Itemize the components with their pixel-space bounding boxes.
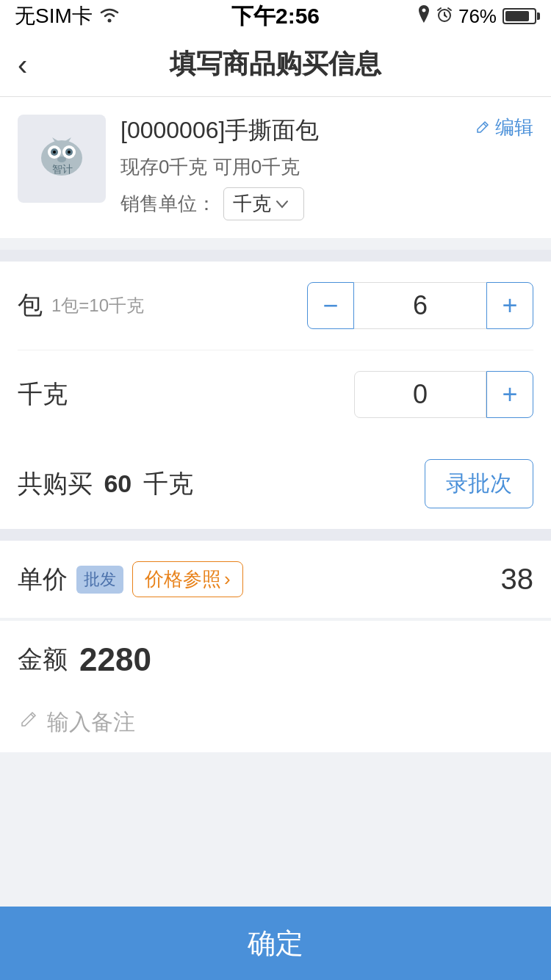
nav-bar: ‹ 填写商品购买信息 bbox=[0, 32, 551, 97]
location-icon bbox=[417, 5, 431, 28]
svg-text:智计: 智计 bbox=[52, 163, 73, 175]
note-placeholder: 输入备注 bbox=[47, 707, 135, 738]
total-row: 共购买 60 千克 录批次 bbox=[0, 439, 551, 529]
package-decrement-button[interactable]: − bbox=[307, 282, 354, 329]
status-left: 无SIM卡 bbox=[15, 2, 120, 30]
total-value: 60 bbox=[104, 469, 132, 497]
package-hint: 1包=10千克 bbox=[51, 294, 144, 317]
package-label: 包 1包=10千克 bbox=[18, 289, 144, 323]
amount-label: 金额 bbox=[18, 643, 68, 677]
unit-selector[interactable]: 千克 bbox=[223, 187, 304, 220]
batch-tag: 批发 bbox=[76, 566, 123, 594]
price-label-group: 单价 批发 价格参照 › bbox=[18, 561, 243, 597]
svg-point-8 bbox=[68, 151, 71, 154]
product-image: 智计 bbox=[18, 115, 106, 203]
status-bar: 无SIM卡 下午2:56 76% bbox=[0, 0, 551, 32]
amount-value: 2280 bbox=[79, 641, 151, 678]
battery-icon bbox=[503, 8, 536, 24]
page-title: 填写商品购买信息 bbox=[170, 46, 381, 82]
confirm-button[interactable]: 确定 bbox=[0, 907, 551, 980]
price-label: 单价 bbox=[18, 563, 68, 597]
price-value: 38 bbox=[501, 563, 534, 596]
note-row[interactable]: 输入备注 bbox=[18, 693, 533, 752]
status-time: 下午2:56 bbox=[231, 1, 320, 32]
back-button[interactable]: ‹ bbox=[18, 50, 27, 79]
kg-value[interactable]: 0 bbox=[354, 371, 486, 418]
svg-point-9 bbox=[57, 156, 66, 162]
svg-point-7 bbox=[53, 151, 56, 154]
input-section: 包 1包=10千克 − 6 + 千克 0 + bbox=[0, 262, 551, 439]
section-divider-1 bbox=[0, 250, 551, 262]
package-value[interactable]: 6 bbox=[354, 282, 486, 329]
edit-button[interactable]: 编辑 bbox=[474, 115, 533, 140]
alarm-icon bbox=[436, 5, 453, 28]
price-row: 单价 批发 价格参照 › 38 bbox=[0, 541, 551, 618]
battery-percent: 76% bbox=[458, 5, 497, 28]
product-logo: 智计 bbox=[36, 130, 87, 188]
status-right: 76% bbox=[417, 5, 536, 28]
package-increment-button[interactable]: + bbox=[486, 282, 533, 329]
package-controls: − 6 + bbox=[307, 282, 533, 329]
amount-section: 金额 2280 输入备注 bbox=[0, 621, 551, 752]
unit-prefix: 销售单位： bbox=[120, 191, 216, 217]
wifi-icon bbox=[98, 4, 120, 28]
carrier-label: 无SIM卡 bbox=[15, 2, 93, 30]
total-text: 共购买 60 千克 bbox=[18, 467, 193, 501]
pencil-icon bbox=[18, 710, 38, 735]
kg-label: 千克 bbox=[18, 378, 68, 411]
product-card: 智计 [0000006]手撕面包 编辑 现存0千克 可用0千克 销售单位： 千克 bbox=[0, 97, 551, 238]
section-divider-2 bbox=[0, 529, 551, 541]
amount-row: 金额 2280 bbox=[18, 641, 533, 678]
svg-point-0 bbox=[107, 19, 111, 23]
product-full-name: [0000006]手撕面包 bbox=[120, 115, 319, 147]
batch-button[interactable]: 录批次 bbox=[425, 459, 533, 508]
kg-row: 千克 0 + bbox=[18, 350, 533, 439]
product-info: [0000006]手撕面包 编辑 现存0千克 可用0千克 销售单位： 千克 bbox=[120, 115, 533, 220]
kg-controls: 0 + bbox=[354, 371, 533, 418]
kg-increment-button[interactable]: + bbox=[486, 371, 533, 418]
price-ref-button[interactable]: 价格参照 › bbox=[132, 561, 243, 597]
product-stock: 现存0千克 可用0千克 bbox=[120, 154, 533, 180]
product-unit-row: 销售单位： 千克 bbox=[120, 187, 533, 220]
package-row: 包 1包=10千克 − 6 + bbox=[18, 262, 533, 350]
product-name-row: [0000006]手撕面包 编辑 bbox=[120, 115, 533, 147]
